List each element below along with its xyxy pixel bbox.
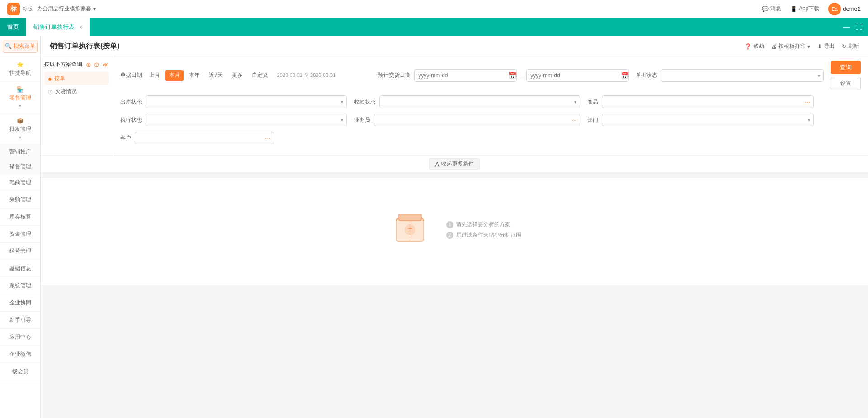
plan-item-order[interactable]: ● 按单: [44, 72, 109, 85]
member-label: 畅会员: [12, 368, 28, 375]
date-input-wrapper: 📅 — 📅: [414, 69, 628, 82]
sidebar-item-marketing[interactable]: 营销推广: [0, 144, 40, 159]
this-year-btn[interactable]: 本年: [185, 70, 203, 81]
last-7-days-btn[interactable]: 近7天: [205, 70, 226, 81]
execution-select[interactable]: [146, 114, 347, 126]
minimize-button[interactable]: —: [843, 23, 850, 31]
search-icon: 🔍: [5, 43, 12, 49]
collapse-button[interactable]: ⋀ 收起更多条件: [429, 158, 480, 170]
add-plan-icon[interactable]: ⊕: [86, 61, 91, 68]
tip-text-1: 请先选择要分析的方案: [456, 221, 510, 228]
goods-field: 商品 ···: [587, 95, 814, 108]
page-header: 销售订单执行表(按单) ❓ 帮助 🖨 按模板打印 ▾ ⬇ 导出 ↻ 刷新: [41, 36, 868, 55]
this-month-btn[interactable]: 本月: [165, 70, 184, 81]
payment-select[interactable]: [379, 95, 580, 108]
warehouse-select[interactable]: [146, 95, 347, 108]
last-month-btn[interactable]: 上月: [146, 70, 164, 81]
tab-home[interactable]: 首页: [0, 18, 26, 36]
search-menu-button[interactable]: 🔍 搜索菜单: [3, 40, 38, 53]
template-print-button[interactable]: 🖨 按模板打印 ▾: [771, 43, 810, 50]
wholesale-label: 批发管理: [9, 125, 31, 133]
payment-status-field: 收款状态 ▾: [354, 95, 580, 108]
plan-actions: ⊕ ⊙ ≪: [86, 61, 109, 68]
purchase-label: 采购管理: [9, 196, 31, 204]
tab-home-label: 首页: [7, 23, 19, 31]
content-area: 销售订单执行表(按单) ❓ 帮助 🖨 按模板打印 ▾ ⬇ 导出 ↻ 刷新: [41, 36, 868, 418]
goods-dots-icon[interactable]: ···: [805, 98, 810, 105]
date-to-input[interactable]: [526, 69, 629, 82]
logo-icon: 标: [7, 3, 20, 15]
user-area[interactable]: Ea demo2: [828, 3, 861, 15]
status-select[interactable]: [661, 69, 824, 82]
sidebar-item-operations[interactable]: 经营管理: [0, 243, 40, 260]
execution-select-wrapper: ▾: [146, 114, 347, 126]
tab-sales-order-label: 销售订单执行表: [33, 23, 75, 31]
nav-right-actions: — ⛶: [843, 23, 868, 31]
sidebar-item-wechat[interactable]: 企业微信: [0, 346, 40, 363]
date-from-input[interactable]: [414, 69, 517, 82]
avatar: Ea: [828, 3, 841, 15]
date-buttons: 上月 本月 本年 近7天 更多 自定义: [146, 70, 272, 81]
filter-row-4: 客户 ···: [120, 132, 861, 144]
settings-plan-icon[interactable]: ⊙: [94, 61, 99, 68]
department-select[interactable]: [602, 114, 814, 126]
sidebar-item-inventory[interactable]: 库存核算: [0, 209, 40, 226]
sidebar-item-retail[interactable]: 🏪 零售管理 ▾: [0, 82, 40, 113]
maximize-button[interactable]: ⛶: [855, 23, 863, 31]
app-download-action[interactable]: 📱 App下载: [790, 5, 819, 13]
sidebar-group-wholesale: 营销推广 销售管理: [0, 144, 40, 174]
sidebar-item-basic[interactable]: 基础信息: [0, 260, 40, 277]
inventory-label: 库存核算: [9, 213, 31, 221]
sidebar-item-newbie[interactable]: 新手引导: [0, 312, 40, 329]
salesperson-dots-icon[interactable]: ···: [571, 116, 577, 124]
custom-btn[interactable]: 自定义: [248, 70, 272, 81]
salesperson-input[interactable]: [374, 114, 580, 126]
department-field: 部门 ▾: [587, 114, 814, 126]
sidebar-item-sales[interactable]: 销售管理: [0, 159, 40, 174]
sidebar-item-finance[interactable]: 资金管理: [0, 226, 40, 243]
more-btn[interactable]: 更多: [228, 70, 246, 81]
plan-item-shortage[interactable]: ◷ 欠货情况: [44, 85, 109, 98]
refresh-button[interactable]: ↻ 刷新: [842, 43, 859, 50]
empty-tip-2: 2 用过滤条件来缩小分析范围: [446, 231, 521, 239]
status-select-wrapper: ▾: [661, 69, 824, 82]
goods-input[interactable]: [602, 95, 814, 108]
sidebar-item-enterprise[interactable]: 企业协同: [0, 294, 40, 312]
export-button[interactable]: ⬇ 导出: [817, 43, 835, 50]
empty-tip-1: 1 请先选择要分析的方案: [446, 221, 521, 228]
tip-num-1: 1: [446, 221, 453, 228]
sidebar-item-member[interactable]: 畅会员: [0, 363, 40, 380]
retail-icon: 🏪: [17, 86, 24, 93]
page-selector[interactable]: 办公用品行业模拟账套 ▾: [37, 5, 96, 13]
retail-label: 零售管理: [9, 94, 31, 102]
wholesale-icon: 📦: [17, 118, 24, 124]
settings-button[interactable]: 设置: [831, 77, 861, 90]
sidebar-item-wholesale[interactable]: 📦 批发管理 ▴: [0, 113, 40, 144]
date-separator: —: [518, 72, 524, 79]
message-action[interactable]: 💬 消息: [762, 5, 781, 13]
chevron-up-icon: ▴: [19, 134, 21, 139]
help-button[interactable]: ❓ 帮助: [745, 43, 764, 50]
quick-nav-icon: ⭐: [17, 62, 24, 68]
collapse-label: 收起更多条件: [441, 160, 474, 168]
plan-selector-header: 按以下方案查询 ⊕ ⊙ ≪: [44, 61, 109, 68]
enterprise-label: 企业协同: [9, 299, 31, 307]
tab-close-icon[interactable]: ×: [79, 24, 82, 30]
plan-item-shortage-label: 欠货情况: [55, 88, 77, 95]
warehouse-status-field: 出库状态 ▾: [120, 95, 347, 108]
sidebar-item-system[interactable]: 系统管理: [0, 277, 40, 294]
tip-text-2: 用过滤条件来缩小分析范围: [456, 231, 521, 239]
customer-input[interactable]: [135, 132, 274, 144]
search-button[interactable]: 查询: [831, 61, 861, 74]
sidebar-item-app-center[interactable]: 应用中心: [0, 329, 40, 346]
department-label: 部门: [587, 116, 598, 124]
collapse-plan-icon[interactable]: ≪: [102, 61, 109, 68]
sidebar-item-quick-nav[interactable]: ⭐ 快捷导航: [0, 57, 40, 82]
sidebar: 🔍 搜索菜单 ⭐ 快捷导航 🏪 零售管理 ▾ 📦 批发管理 ▴ 营销推广 销售管…: [0, 36, 41, 418]
salesperson-input-wrapper: ···: [374, 114, 580, 126]
customer-dots-icon[interactable]: ···: [265, 134, 270, 142]
tab-sales-order[interactable]: 销售订单执行表 ×: [26, 18, 90, 36]
sidebar-item-ecommerce[interactable]: 电商管理: [0, 174, 40, 191]
sidebar-item-purchase[interactable]: 采购管理: [0, 191, 40, 209]
page-title: 销售订单执行表(按单): [50, 42, 120, 51]
